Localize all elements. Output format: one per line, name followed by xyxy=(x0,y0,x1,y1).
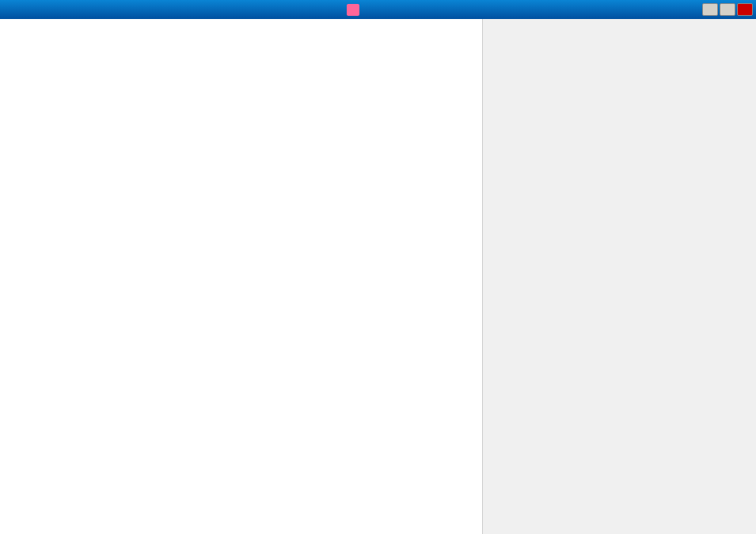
maximize-button[interactable] xyxy=(720,3,735,16)
main-content xyxy=(0,19,756,534)
right-panel xyxy=(483,19,756,534)
title-bar-text xyxy=(3,4,702,15)
title-bar xyxy=(0,0,756,19)
left-panel xyxy=(0,19,483,534)
qq-value xyxy=(347,4,359,16)
minimize-button[interactable] xyxy=(702,3,718,16)
title-controls xyxy=(702,3,753,16)
close-button[interactable] xyxy=(737,3,753,16)
left-scroll-area[interactable] xyxy=(0,19,482,534)
